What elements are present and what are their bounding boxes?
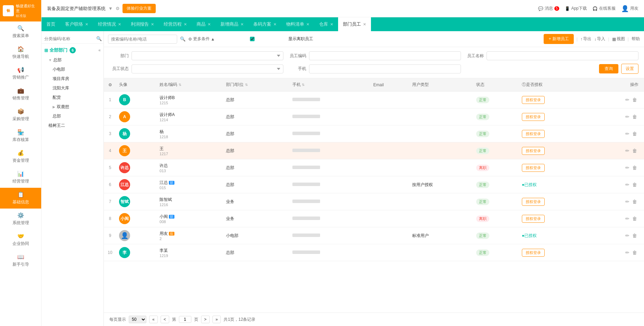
user-item[interactable]: 👤 用友 (621, 5, 638, 12)
sidebar-item-basic[interactable]: 📋 基础信息 (0, 188, 41, 209)
auth-button[interactable]: 授权登录 (522, 198, 545, 206)
tab-goods[interactable]: 商品 ✕ (192, 17, 216, 31)
edit-button[interactable]: ✏ (624, 198, 631, 205)
edit-button[interactable]: ✏ (624, 232, 631, 239)
dept-filter-select[interactable] (131, 51, 283, 60)
dept-tree-item-xiaodian[interactable]: 小电部 (43, 65, 103, 74)
more-conditions-button[interactable]: ⚙ 更多条件 ▲ (188, 36, 215, 42)
first-page-button[interactable]: « (149, 316, 158, 323)
trial-button[interactable]: 体验行业方案 (123, 4, 156, 13)
prev-page-button[interactable]: < (161, 316, 169, 323)
tab-barcode[interactable]: 条码方案 ✕ (248, 17, 281, 31)
emp-status-select[interactable] (131, 64, 283, 73)
tab-new-goods[interactable]: 新增商品 ✕ (216, 17, 248, 31)
dept-tree-item-project[interactable]: 项目库房 (43, 74, 103, 83)
message-item[interactable]: 💬 消息 5 (538, 6, 559, 11)
edit-button[interactable]: ✏ (624, 181, 631, 188)
tab-warehouse[interactable]: 仓库 ✕ (314, 17, 338, 31)
edit-button[interactable]: ✏ (624, 96, 631, 103)
col-dept[interactable]: 部门/职位 ⇅ (223, 78, 290, 91)
online-service-item[interactable]: 🎧 在线客服 (592, 6, 616, 11)
more-button[interactable]: 帮助 (632, 36, 640, 42)
tab-profit[interactable]: 利润报告 ✕ (126, 17, 159, 31)
sidebar-item-nav[interactable]: 🏠 快速导航 (0, 42, 41, 63)
view-button[interactable]: ▦ 视图 (612, 36, 625, 42)
export-button[interactable]: ↑ 导出 (580, 36, 591, 42)
emp-code-input[interactable] (309, 51, 461, 60)
gear-icon[interactable]: ⚙ (116, 6, 120, 11)
search-input[interactable] (108, 35, 177, 44)
show-resigned-checkbox[interactable] (218, 37, 287, 41)
close-tab-dept-staff[interactable]: ✕ (363, 22, 366, 27)
dept-tree-item-zongbu2[interactable]: 总部 (43, 112, 103, 121)
delete-button[interactable]: 🗑 (631, 181, 638, 188)
auth-button[interactable]: 授权登录 (522, 249, 545, 257)
delete-button[interactable]: 🗑 (631, 147, 638, 154)
sidebar-item-sales[interactable]: 💼 销售管理 (0, 84, 41, 105)
delete-button[interactable]: 🗑 (631, 96, 638, 103)
close-tab-barcode[interactable]: ✕ (273, 22, 276, 27)
delete-button[interactable]: 🗑 (631, 130, 638, 137)
sidebar-item-operations[interactable]: 📊 经营管理 (0, 167, 41, 188)
last-page-button[interactable]: » (212, 316, 221, 323)
auth-button[interactable]: 授权登录 (522, 164, 545, 172)
sidebar-item-search[interactable]: 🔍 搜索菜单 (0, 21, 41, 42)
app-download-item[interactable]: 📱 App下载 (565, 6, 587, 11)
next-page-button[interactable]: > (201, 316, 210, 323)
dept-tree-item-shenyang[interactable]: 沈阳大库 (43, 83, 103, 93)
dept-tree-item-peihuo[interactable]: 配货 (43, 93, 103, 102)
edit-button[interactable]: ✏ (624, 215, 631, 222)
set-button[interactable]: 设置 (621, 64, 638, 74)
auth-button[interactable]: 授权登录 (522, 130, 545, 138)
col-phone[interactable]: 手机 ⇅ (290, 78, 371, 91)
sidebar-item-marketing[interactable]: 📢 营销推广 (0, 63, 41, 84)
delete-button[interactable]: 🗑 (631, 198, 638, 205)
add-employee-button[interactable]: + 新增员工 (544, 34, 573, 44)
tab-home[interactable]: 首页 (42, 17, 60, 31)
dept-all-header[interactable]: ⊞ 全部部门 6 « (42, 45, 103, 55)
col-name[interactable]: 姓名/编码 ⇅ (157, 78, 223, 91)
dept-search-input[interactable] (44, 36, 96, 41)
delete-button[interactable]: 🗑 (631, 113, 638, 120)
delete-button[interactable]: 🗑 (631, 249, 638, 256)
dept-tree-item-zhishu[interactable]: 植树王二 (43, 121, 103, 130)
emp-name-input[interactable] (487, 51, 638, 60)
delete-button[interactable]: 🗑 (631, 164, 638, 171)
auth-button[interactable]: 授权登录 (522, 113, 545, 121)
sidebar-item-purchase[interactable]: 📦 采购管理 (0, 105, 41, 125)
edit-button[interactable]: ✏ (624, 164, 631, 171)
import-button[interactable]: ↓ 导入 (594, 36, 605, 42)
edit-button[interactable]: ✏ (624, 147, 631, 154)
edit-button[interactable]: ✏ (624, 130, 631, 137)
auth-button[interactable]: 授权登录 (522, 215, 545, 223)
delete-button[interactable]: 🗑 (631, 215, 638, 222)
sidebar-item-guide[interactable]: 📖 新手引导 (0, 250, 41, 271)
close-tab-bom[interactable]: ✕ (306, 22, 309, 27)
dept-collapse-icon[interactable]: « (98, 48, 101, 53)
edit-button[interactable]: ✏ (624, 249, 631, 256)
close-tab-new-goods[interactable]: ✕ (241, 22, 244, 27)
show-resigned-label[interactable]: 显示离职员工 (218, 36, 313, 42)
col-settings[interactable]: ⚙ (104, 78, 116, 91)
tab-operation[interactable]: 经营情况 ✕ (93, 17, 126, 31)
delete-button[interactable]: 🗑 (631, 232, 638, 239)
dept-tree-item-shuanglu[interactable]: ▶ 双鹿想 (43, 102, 103, 112)
sidebar-item-finance[interactable]: 💰 资金管理 (0, 146, 41, 167)
search-icon[interactable]: 🔍 (180, 36, 185, 42)
tab-customer[interactable]: 客户联络 ✕ (60, 17, 93, 31)
phone-input[interactable] (309, 64, 461, 73)
auth-button[interactable]: 授权登录 (522, 147, 545, 155)
close-tab-operation[interactable]: ✕ (118, 22, 121, 27)
tab-bom[interactable]: 物料清单 ✕ (281, 17, 314, 31)
edit-button[interactable]: ✏ (624, 113, 631, 120)
per-page-select[interactable]: 50 100 200 (129, 316, 146, 323)
close-tab-goods[interactable]: ✕ (208, 22, 211, 27)
dept-tree-item-zongbu[interactable]: ▼ 总部 (43, 55, 103, 65)
auth-button[interactable]: 授权登录 (522, 96, 545, 104)
tab-dept-staff[interactable]: 部门员工 ✕ (338, 17, 371, 31)
tab-history[interactable]: 经营历程 ✕ (159, 17, 192, 31)
page-number-input[interactable] (179, 316, 191, 323)
close-tab-history[interactable]: ✕ (184, 22, 187, 27)
close-tab-warehouse[interactable]: ✕ (330, 22, 333, 27)
sidebar-item-inventory[interactable]: 🏪 库存核算 (0, 125, 41, 146)
